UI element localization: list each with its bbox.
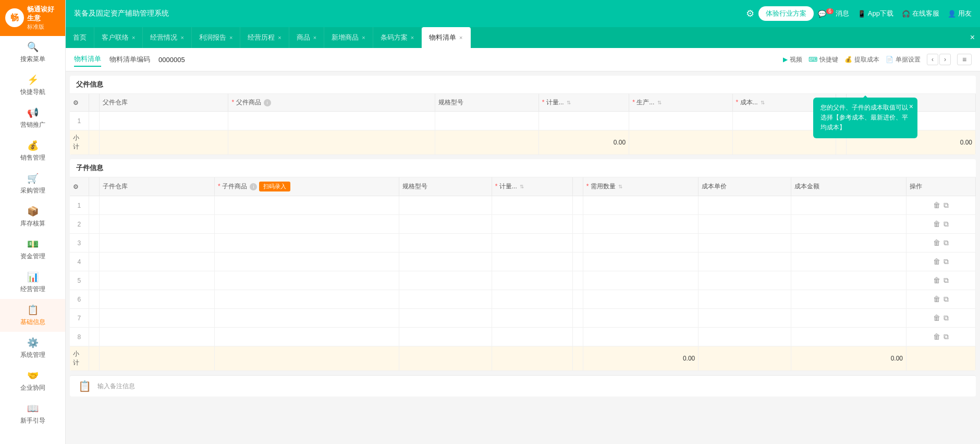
child-row-4-warehouse[interactable] — [99, 253, 215, 271]
child-row-6-qty[interactable] — [583, 290, 699, 309]
child-row-2-copy[interactable]: ⧉ — [944, 220, 949, 229]
child-row-7-delete[interactable]: 🗑 — [933, 314, 940, 322]
cost-action[interactable]: 💰 提取成本 — [844, 55, 879, 64]
tab-history-close[interactable]: × — [278, 34, 281, 41]
child-row-7-unit[interactable] — [492, 309, 572, 328]
next-button[interactable]: › — [939, 54, 951, 65]
tab-operations[interactable]: 经营情况 × — [143, 27, 191, 48]
child-row-4-product[interactable] — [215, 253, 399, 271]
child-row-2-product[interactable] — [215, 215, 399, 234]
sidebar-item-search[interactable]: 🔍 搜索菜单 — [0, 36, 65, 69]
view-action[interactable]: ▶ 视频 — [783, 55, 802, 64]
prev-button[interactable]: ‹ — [927, 54, 938, 65]
child-row-2-warehouse[interactable] — [99, 215, 215, 234]
tab-history[interactable]: 经营历程 × — [240, 27, 289, 48]
parent-row-1-warehouse[interactable] — [99, 112, 228, 130]
child-row-6-delete[interactable]: 🗑 — [933, 295, 940, 304]
shortcut-action[interactable]: ⌨ 快捷键 — [808, 55, 838, 64]
child-row-3-unit[interactable] — [492, 234, 572, 253]
tab-customer[interactable]: 客户联络 × — [94, 27, 143, 48]
sidebar-item-sales[interactable]: 💰 销售管理 — [0, 135, 65, 167]
child-row-3-copy[interactable]: ⧉ — [944, 238, 949, 247]
child-row-4-unit[interactable] — [492, 253, 572, 271]
scan-button[interactable]: 扫码录入 — [259, 182, 290, 191]
tab-barcode[interactable]: 条码方案 × — [373, 27, 422, 48]
child-row-3-qty[interactable] — [583, 234, 699, 253]
child-row-3-product[interactable] — [215, 234, 399, 253]
tab-operations-close[interactable]: × — [180, 34, 183, 41]
messages-button[interactable]: 💬 6 消息 — [818, 9, 849, 18]
child-row-3-warehouse[interactable] — [99, 234, 215, 253]
child-row-6-unit[interactable] — [492, 290, 572, 309]
tab-bom[interactable]: 物料清单 × — [422, 27, 470, 48]
child-row-2-unit[interactable] — [492, 215, 572, 234]
child-row-1-warehouse[interactable] — [99, 196, 215, 215]
child-row-7-warehouse[interactable] — [99, 309, 215, 328]
child-row-8-warehouse[interactable] — [99, 328, 215, 346]
tab-product[interactable]: 商品 × — [289, 27, 324, 48]
child-qty-sort[interactable]: ⇅ — [618, 184, 622, 189]
child-row-4-qty[interactable] — [583, 253, 699, 271]
child-row-1-qty[interactable] — [583, 196, 699, 215]
tab-barcode-close[interactable]: × — [411, 34, 414, 41]
child-row-2-qty[interactable] — [583, 215, 699, 234]
tab-product-close[interactable]: × — [313, 34, 316, 41]
settings-icon[interactable]: ⚙ — [746, 8, 754, 19]
tab-profit[interactable]: 利润报告 × — [192, 27, 240, 48]
sub-tab-bom[interactable]: 物料清单 — [74, 52, 101, 67]
parent-row-1-prod[interactable] — [629, 112, 732, 130]
child-unit-sort[interactable]: ⇅ — [520, 184, 524, 189]
tab-new-product[interactable]: 新增商品 × — [324, 27, 373, 48]
child-row-5-warehouse[interactable] — [99, 271, 215, 290]
child-row-8-qty[interactable] — [583, 328, 699, 346]
child-row-5-copy[interactable]: ⧉ — [944, 276, 949, 285]
parent-cost-sort[interactable]: ⇅ — [761, 100, 765, 105]
sidebar-item-marketing[interactable]: 📢 营销推广 — [0, 102, 65, 135]
notes-placeholder[interactable]: 输入备注信息 — [97, 382, 135, 391]
sidebar-item-cooperation[interactable]: 🤝 企业协同 — [0, 365, 65, 398]
child-row-1-copy[interactable]: ⧉ — [944, 201, 949, 210]
child-row-1-delete[interactable]: 🗑 — [933, 201, 940, 210]
child-row-8-product[interactable] — [215, 328, 399, 346]
single-settings-action[interactable]: 📄 单据设置 — [886, 55, 921, 64]
sidebar-item-inventory[interactable]: 📦 库存核算 — [0, 200, 65, 233]
tab-new-product-close[interactable]: × — [362, 34, 365, 41]
tab-bom-close[interactable]: × — [459, 34, 462, 41]
online-service-button[interactable]: 🎧 在线客服 — [902, 9, 939, 18]
child-row-1-unit[interactable] — [492, 196, 572, 215]
app-download-button[interactable]: 📱 App下载 — [858, 9, 893, 18]
child-row-2-delete[interactable]: 🗑 — [933, 220, 940, 229]
child-row-5-delete[interactable]: 🗑 — [933, 276, 940, 285]
child-row-4-delete[interactable]: 🗑 — [933, 257, 940, 266]
tab-customer-close[interactable]: × — [132, 34, 135, 41]
child-row-8-delete[interactable]: 🗑 — [933, 332, 940, 341]
grid-view-button[interactable]: ≡ — [957, 54, 972, 65]
child-row-4-copy[interactable]: ⧉ — [944, 257, 949, 266]
child-row-7-qty[interactable] — [583, 309, 699, 328]
sidebar-item-guide[interactable]: 📖 新手引导 — [0, 398, 65, 430]
sidebar-item-purchase[interactable]: 🛒 采购管理 — [0, 167, 65, 200]
sidebar-item-finance[interactable]: 💵 资金管理 — [0, 233, 65, 266]
child-row-6-copy[interactable]: ⧉ — [944, 295, 949, 304]
trial-button[interactable]: 体验行业方案 — [758, 6, 814, 21]
sub-tab-bom-code[interactable]: 物料清单编码 — [109, 53, 150, 66]
child-row-5-product[interactable] — [215, 271, 399, 290]
sidebar-item-operations[interactable]: 📊 经营管理 — [0, 266, 65, 299]
child-row-7-product[interactable] — [215, 309, 399, 328]
parent-unit-sort[interactable]: ⇅ — [567, 100, 571, 105]
child-row-6-product[interactable] — [215, 290, 399, 309]
parent-row-1-unit[interactable] — [538, 112, 629, 130]
tooltip-close-button[interactable]: × — [909, 101, 913, 112]
parent-row-1-product[interactable] — [228, 112, 435, 130]
child-row-5-unit[interactable] — [492, 271, 572, 290]
sidebar-item-system[interactable]: ⚙️ 系统管理 — [0, 332, 65, 365]
tab-home[interactable]: 首页 — [66, 27, 94, 48]
child-row-6-warehouse[interactable] — [99, 290, 215, 309]
sidebar-item-quicknav[interactable]: ⚡ 快捷导航 — [0, 69, 65, 102]
child-row-7-copy[interactable]: ⧉ — [944, 314, 949, 322]
child-row-1-product[interactable] — [215, 196, 399, 215]
tab-profit-close[interactable]: × — [229, 34, 232, 41]
child-row-8-unit[interactable] — [492, 328, 572, 346]
child-row-3-delete[interactable]: 🗑 — [933, 238, 940, 247]
child-row-8-copy[interactable]: ⧉ — [944, 332, 949, 341]
